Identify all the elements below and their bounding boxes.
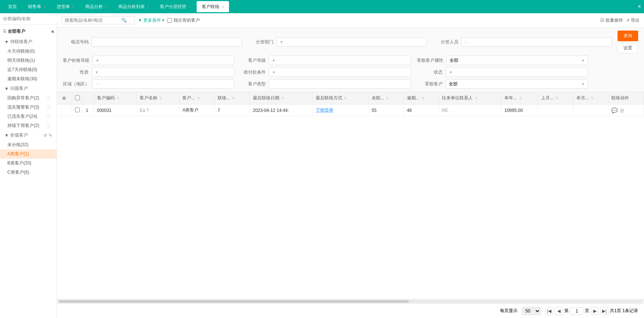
sidebar-item-loss-warning[interactable]: 流失预警客户(3) ⓘ xyxy=(0,103,57,112)
scrollbar-thumb[interactable] xyxy=(58,300,409,303)
person-input[interactable]: ··· xyxy=(461,37,612,47)
refresh-icon[interactable]: ↺ xyxy=(43,133,47,138)
set-button[interactable]: 设置 xyxy=(618,43,638,53)
tab-purchase-close[interactable]: × xyxy=(72,5,74,9)
sidebar-problem-section[interactable]: ▼ 问题客户 xyxy=(0,84,57,93)
tab-purchase[interactable]: 进货单 × xyxy=(51,1,79,12)
data-table-area: ⚙ 客户编码 ⇅ 客户名称 ⇅ xyxy=(57,92,644,299)
price-level-dropdown[interactable]: ▼ xyxy=(92,56,234,65)
sidebar-item-declining-customers[interactable]: 持续下滑客户(2) ⓘ xyxy=(0,121,57,130)
tab-customer-tier-close[interactable]: × xyxy=(189,5,191,9)
phone-input[interactable] xyxy=(92,37,242,47)
tab-sales[interactable]: 销售单 × xyxy=(23,1,51,12)
row-contact-cell: 7 xyxy=(215,105,250,116)
payment-dropdown[interactable]: ▼ xyxy=(269,67,411,77)
overdue-column-header[interactable]: 逾期... ⇅ xyxy=(404,92,439,105)
unit-contacts-column-header[interactable]: 往来单位联系人 ⇅ xyxy=(439,92,501,105)
row-checkbox[interactable] xyxy=(75,107,80,112)
code-column-header[interactable]: 客户编码 ⇅ xyxy=(94,92,136,105)
table-row: 1 000031 Ea ? A类客户 7 xyxy=(57,105,644,116)
last-month-column-header[interactable]: 上月... ⇅ xyxy=(538,92,573,105)
page-number-input[interactable] xyxy=(570,307,583,315)
code-sort-icon: ⇅ xyxy=(117,96,119,100)
sidebar-all-customers[interactable]: ⠿ 全部客户 ◀ xyxy=(0,26,57,37)
sidebar-search-input[interactable] xyxy=(3,16,58,21)
sidebar-item-today-contact[interactable]: 今天待联络(0) xyxy=(0,47,57,56)
query-button[interactable]: 查询 xyxy=(618,31,638,41)
sidebar-pending-section[interactable]: ▼ 待联络客户 xyxy=(0,37,57,47)
gear-column-header[interactable]: ⚙ xyxy=(57,92,72,105)
last-contact-method-column-header[interactable]: 最后联络方式 ⇅ xyxy=(312,92,368,105)
dept-dropdown[interactable]: ▼ xyxy=(276,37,427,47)
export-button[interactable]: ↗ 导出 xyxy=(626,17,640,24)
customer-level-dropdown[interactable]: ▼ xyxy=(269,56,411,65)
row-last-method-cell: 下销货单 xyxy=(312,105,368,116)
not-contacted-col-label: 未联... xyxy=(372,95,384,100)
batch-op-button[interactable]: ☑ 批量操作 xyxy=(600,17,623,24)
type-column-header[interactable]: 客户... ⇅ xyxy=(179,92,215,105)
status-dropdown[interactable]: ▼ xyxy=(446,67,588,77)
retail-attr-dropdown[interactable]: 全部 ▼ xyxy=(446,56,588,65)
sidebar-item-lost-customers[interactable]: 已流失客户(24) ⓘ xyxy=(0,112,57,121)
nature-dropdown[interactable]: ▼ xyxy=(92,67,234,77)
sidebar-item-class-c[interactable]: C类客户(6) xyxy=(0,168,57,177)
not-contacted-column-header[interactable]: 未联... ⇅ xyxy=(368,92,404,105)
not-contacted-sort-icon: ⇅ xyxy=(386,96,389,100)
tab-home[interactable]: 首页 xyxy=(3,1,22,12)
customer-type-input[interactable] xyxy=(269,79,411,89)
tab-customer-contact-close[interactable]: × xyxy=(222,5,224,9)
sidebar-item-class-b[interactable]: B类客户(33) xyxy=(0,159,57,168)
prev-page-button[interactable]: ◀ xyxy=(555,307,563,315)
first-page-button[interactable]: |◀ xyxy=(545,307,553,315)
more-filters-button[interactable]: ▼ 更多条件 ▾ xyxy=(138,17,164,24)
last-contact-date-column-header[interactable]: 最后联络日期 ⇅ xyxy=(250,92,312,105)
retail-customer-dropdown[interactable]: 全部 ▼ xyxy=(446,79,588,89)
row-last-method[interactable]: 下销货单 xyxy=(316,107,333,113)
per-page-select[interactable]: 50 100 200 xyxy=(522,307,541,315)
next-page-button[interactable]: ▶ xyxy=(591,307,599,315)
sidebar-item-abnormal-repurchase[interactable]: 回购异常客户(2) ⓘ xyxy=(0,93,57,103)
tab-product-analysis-close[interactable]: × xyxy=(105,5,107,9)
region-input[interactable]: ··· xyxy=(92,79,234,89)
sidebar-item-overdue-contact[interactable]: 逾期未联络(30) xyxy=(0,74,57,84)
info-icon-2: ⓘ xyxy=(47,105,51,110)
sidebar-item-class-a[interactable]: A类客户(1) xyxy=(0,149,57,159)
export-label: 导出 xyxy=(631,17,640,24)
row-grid-icon[interactable]: ⊞ xyxy=(620,107,624,113)
phone-field: 电话号码 xyxy=(63,37,242,47)
tab-product-analysis-list-close[interactable]: × xyxy=(147,5,149,9)
main-layout: 🔍 ⠿ 全部客户 ◀ ▼ 待联络客户 今天待联络(0) 明天待联络(1) 近7天… xyxy=(0,13,644,318)
close-all-button[interactable]: × xyxy=(638,3,641,10)
filter-row-3: 性质 ▼ 收付款条件 ▼ 状态 ▼ xyxy=(63,67,638,77)
search-bar-icon[interactable]: 🔍 xyxy=(121,18,127,23)
name-column-header[interactable]: 客户名称 ⇅ xyxy=(136,92,179,105)
my-customers-checkbox[interactable] xyxy=(167,18,172,23)
this-year-column-header[interactable]: 本年... ⇅ xyxy=(501,92,538,105)
row-last-date: 2023-04-12 14:44: xyxy=(253,108,289,113)
last-page-button[interactable]: ▶| xyxy=(600,307,608,315)
payment-field: 收付款条件 ▼ xyxy=(240,67,411,77)
person-more-btn[interactable]: ··· xyxy=(465,39,468,45)
customer-type-label: 客户类型 xyxy=(240,81,266,87)
tab-customer-tier[interactable]: 客户分层经营 × xyxy=(155,1,196,12)
row-message-icon[interactable]: 💬 xyxy=(611,107,618,113)
tab-customer-contact[interactable]: 客户联络 × xyxy=(197,1,229,12)
sidebar-item-7days-contact[interactable]: 近7天待联络(0) xyxy=(0,65,57,74)
sidebar-item-ungrouped[interactable]: 未分组(32) xyxy=(0,140,57,149)
tab-product-analysis-list[interactable]: 商品分析列表 × xyxy=(113,1,154,12)
contact-column-header[interactable]: 联络... ⇅ xyxy=(215,92,250,105)
nature-label: 性质 xyxy=(63,69,89,75)
search-input[interactable] xyxy=(65,18,120,23)
region-more-btn[interactable]: ··· xyxy=(96,81,99,86)
tab-sales-close[interactable]: × xyxy=(43,5,46,9)
collapse-icon[interactable]: ◀ xyxy=(51,29,54,33)
value-section-label: 价值客户 xyxy=(10,132,28,138)
select-all-checkbox[interactable] xyxy=(75,95,80,100)
this-month-column-header[interactable]: 本月... ⇅ xyxy=(573,92,608,105)
advanced-filters: 电话号码 分管部门 ▼ 分管人员 ··· 查询 设置 xyxy=(57,28,644,92)
sidebar: 🔍 ⠿ 全部客户 ◀ ▼ 待联络客户 今天待联络(0) 明天待联络(1) 近7天… xyxy=(0,13,57,318)
tab-product-analysis[interactable]: 商品分析 × xyxy=(80,1,112,12)
horizontal-scrollbar[interactable] xyxy=(57,299,644,303)
sidebar-item-tomorrow-contact[interactable]: 明天待联络(1) xyxy=(0,56,57,65)
edit-icon[interactable]: ✎ xyxy=(49,133,52,138)
